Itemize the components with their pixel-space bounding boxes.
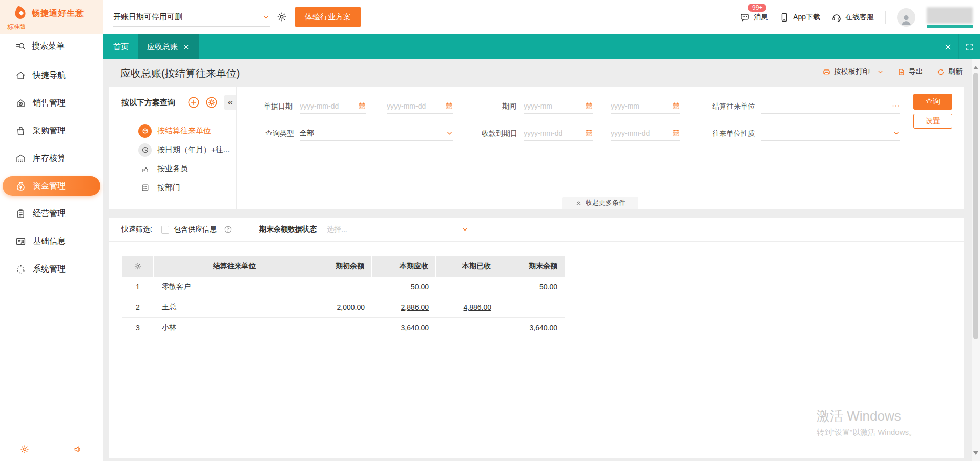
system-icon <box>15 264 26 275</box>
due-date-to-input[interactable] <box>611 129 670 137</box>
online-support-link[interactable]: 在线客服 <box>831 12 874 23</box>
refresh-button[interactable]: 刷新 <box>936 67 963 76</box>
app-edition: 标准版 <box>7 23 26 31</box>
table-row[interactable]: 2王总2,000.002,886.004,886.00 <box>122 297 565 318</box>
gear-icon[interactable] <box>276 11 287 23</box>
settings-gear-icon[interactable] <box>19 444 30 454</box>
search-icon <box>15 41 26 51</box>
settings-button[interactable]: 设置 <box>913 114 952 129</box>
balance-status-select[interactable]: 选择... <box>327 222 469 237</box>
logo-block: 畅捷通好生意 标准版 <box>0 0 103 34</box>
table-row[interactable]: 1零散客户50.0050.00 <box>122 277 565 297</box>
partner-kind-select[interactable] <box>761 125 900 141</box>
doc-date-to-field[interactable] <box>387 98 453 114</box>
trial-industry-button[interactable]: 体验行业方案 <box>295 7 361 27</box>
help-question-icon[interactable] <box>224 225 232 234</box>
doc-date-from-input[interactable] <box>300 102 356 110</box>
add-plan-icon[interactable] <box>187 96 200 109</box>
messages-link[interactable]: 99+ 消息 <box>740 12 768 23</box>
period-from-input[interactable] <box>524 102 582 110</box>
print-label: 按模板打印 <box>834 67 870 76</box>
calendar-icon[interactable] <box>672 101 680 110</box>
amount-link[interactable]: 50.00 <box>411 283 429 291</box>
query-plan-item[interactable]: 按业务员 <box>109 159 236 178</box>
period-to-field[interactable] <box>611 98 680 114</box>
sidebar-item-business[interactable]: 经营管理 <box>0 200 103 227</box>
app-download-label: App下载 <box>793 13 820 22</box>
column-header[interactable]: 期初余额 <box>307 256 372 277</box>
ellipsis-icon[interactable] <box>891 101 900 110</box>
column-header[interactable]: 结算往来单位 <box>154 256 307 277</box>
include-supply-checkbox[interactable] <box>161 226 169 234</box>
sidebar-item-home[interactable]: 快捷导航 <box>0 61 103 89</box>
close-tab-icon[interactable] <box>183 44 190 50</box>
fullscreen-button[interactable] <box>958 34 980 59</box>
amount-link[interactable]: 3,640.00 <box>401 324 429 332</box>
watermark-line2: 转到“设置”以激活 Windows。 <box>817 428 916 437</box>
close-all-tabs-button[interactable] <box>937 34 958 59</box>
collapse-more-conditions[interactable]: 收起更多条件 <box>562 197 638 209</box>
column-settings-cell <box>122 256 154 277</box>
query-plan-item[interactable]: 按部门 <box>109 178 236 197</box>
export-icon <box>897 68 906 76</box>
amount-link[interactable]: 2,886.00 <box>401 303 429 311</box>
due-date-from-input[interactable] <box>524 129 582 137</box>
scroll-down-arrow-icon[interactable] <box>973 451 978 457</box>
speaker-icon[interactable] <box>73 444 84 454</box>
tab-首页[interactable]: 首页 <box>104 34 138 59</box>
amount-link[interactable]: 4,886.00 <box>464 303 492 311</box>
sidebar-item-funds[interactable]: 资金管理 <box>3 176 100 196</box>
calendar-icon[interactable] <box>585 101 593 110</box>
vertical-scrollbar[interactable] <box>971 59 980 461</box>
search-button[interactable]: 查询 <box>913 94 952 110</box>
sidebar-menu: 快捷导航销售管理采购管理库存核算资金管理经营管理基础信息系统管理 <box>0 61 103 283</box>
doc-date-from-field[interactable] <box>300 98 366 114</box>
tab-label: 应收总账 <box>147 42 178 52</box>
username-blur-block <box>927 7 973 24</box>
print-by-template-button[interactable]: 按模板打印 <box>822 67 884 76</box>
calendar-icon[interactable] <box>358 101 366 110</box>
partner-field[interactable] <box>761 98 900 114</box>
collapse-plans-button[interactable]: « <box>224 95 236 110</box>
due-date-to-field[interactable] <box>611 125 680 141</box>
app-download-link[interactable]: App下载 <box>779 12 820 23</box>
query-type-select[interactable]: 全部 <box>300 125 453 141</box>
column-header[interactable]: 本期已收 <box>436 256 498 277</box>
scroll-up-arrow-icon[interactable] <box>973 63 978 69</box>
calendar-icon[interactable] <box>585 129 593 137</box>
scrollbar-thumb[interactable] <box>973 73 978 339</box>
tab-应收总账[interactable]: 应收总账 <box>138 34 199 59</box>
sidebar-item-baseinfo[interactable]: 基础信息 <box>0 227 103 255</box>
headset-icon <box>831 12 842 23</box>
query-plan-item[interactable]: 按结算往来单位 <box>109 121 236 140</box>
username-redacted[interactable] <box>927 6 973 29</box>
sidebar-item-system[interactable]: 系统管理 <box>0 255 103 283</box>
calendar-icon[interactable] <box>445 101 453 110</box>
clock-icon <box>141 145 150 154</box>
query-plan-item[interactable]: 按日期（年月）+往... <box>109 140 236 159</box>
calendar-icon[interactable] <box>672 129 680 137</box>
message-icon <box>740 12 750 23</box>
tab-label: 首页 <box>113 42 129 52</box>
account-set-select[interactable]: 开账日期可停用可删 <box>113 8 270 27</box>
quick-filter-label: 快速筛选: <box>121 225 152 234</box>
sidebar-search-menu[interactable]: 搜索菜单 <box>0 38 103 54</box>
period-from-field[interactable] <box>524 98 593 114</box>
plan-settings-icon[interactable] <box>205 96 218 109</box>
table-row[interactable]: 3小林3,640.003,640.00 <box>122 318 565 338</box>
sidebar-item-inventory[interactable]: 库存核算 <box>0 144 103 172</box>
column-header[interactable]: 本期应收 <box>372 256 436 277</box>
export-button[interactable]: 导出 <box>897 67 923 76</box>
sidebar-item-purchase[interactable]: 采购管理 <box>0 117 103 144</box>
avatar[interactable] <box>897 8 915 27</box>
doc-date-to-input[interactable] <box>387 102 443 110</box>
home-icon <box>15 70 26 81</box>
cell-text: 50.00 <box>539 283 557 291</box>
period-to-input[interactable] <box>611 102 670 110</box>
due-date-from-field[interactable] <box>524 125 593 141</box>
fullscreen-icon <box>965 43 974 51</box>
receivable-table: 结算往来单位期初余额本期应收本期已收期末余额 1零散客户50.0050.002王… <box>122 256 565 338</box>
sidebar-item-sales[interactable]: 销售管理 <box>0 89 103 117</box>
column-gear-icon[interactable] <box>134 262 142 270</box>
column-header[interactable]: 期末余额 <box>498 256 565 277</box>
